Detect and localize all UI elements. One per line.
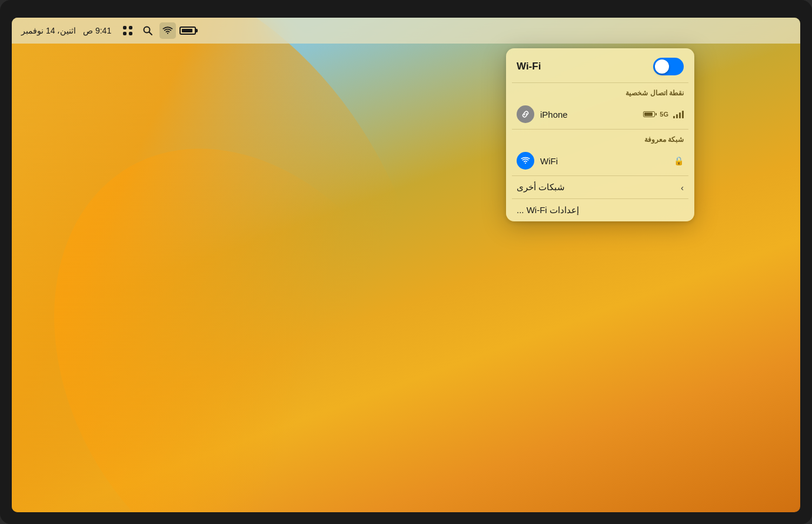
other-networks-item[interactable]: ‹ شبكات أخرى (506, 176, 694, 198)
wifi-network-right: 🔒 (674, 156, 684, 165)
wifi-panel-title: Wi-Fi (517, 61, 541, 72)
wifi-badge-icon (521, 156, 530, 165)
wifi-svg (162, 25, 173, 36)
wifi-settings-item[interactable]: إعدادات Wi-Fi ... (506, 199, 694, 221)
svg-rect-0 (123, 26, 127, 29)
iphone-signal-bars (673, 110, 684, 118)
link-icon (521, 110, 530, 119)
wifi-toggle-knob (655, 59, 669, 74)
svg-line-5 (149, 32, 152, 35)
iphone-network-right: 5G (643, 110, 684, 118)
menubar: 9:41 ص اثنين، 14 نوفمبر (12, 18, 800, 44)
iphone-network-name: iPhone (540, 110, 568, 120)
desktop: 9:41 ص اثنين، 14 نوفمبر (12, 18, 800, 512)
other-networks-label: شبكات أخرى (517, 182, 565, 193)
wifi-network-name: WiFi (540, 156, 558, 166)
battery-body (179, 26, 196, 35)
battery-menubar-icon[interactable] (179, 22, 196, 39)
wifi-panel: Wi-Fi نقطة اتصال شخصية 5G (506, 48, 694, 221)
spotlight-icon[interactable] (139, 22, 156, 39)
iphone-name-area: iPhone (517, 105, 568, 123)
iphone-battery-icon (643, 111, 655, 117)
battery-display (179, 26, 196, 35)
known-network-label: شبكة معروفة (506, 130, 694, 146)
menubar-clock: 9:41 ص اثنين، 14 نوفمبر (21, 26, 111, 35)
svg-rect-2 (123, 32, 127, 35)
wifi-panel-header: Wi-Fi (506, 48, 694, 82)
signal-bar-3 (679, 112, 681, 118)
iphone-link-badge (517, 105, 534, 123)
lock-icon: 🔒 (674, 156, 684, 165)
menubar-right: 9:41 ص اثنين، 14 نوفمبر (21, 22, 196, 39)
wifi-settings-label: إعدادات Wi-Fi ... (517, 205, 579, 215)
battery-fill (182, 29, 192, 32)
personal-hotspot-label: نقطة اتصال شخصية (506, 83, 694, 100)
iphone-5g-tag: 5G (660, 111, 668, 118)
svg-rect-1 (129, 26, 132, 29)
control-center-icon[interactable] (119, 22, 136, 39)
wifi-toggle[interactable] (653, 58, 684, 75)
wifi-menubar-icon[interactable] (159, 22, 176, 39)
iphone-battery-fill (644, 112, 653, 116)
wifi-name-area: WiFi (517, 152, 558, 170)
spotlight-svg (142, 25, 153, 36)
control-center-svg (122, 25, 133, 36)
iphone-network-item[interactable]: 5G iPhone (506, 100, 694, 129)
other-networks-arrow: ‹ (681, 183, 684, 193)
signal-bar-4 (682, 111, 684, 118)
wifi-network-item[interactable]: 🔒 WiFi (506, 146, 694, 175)
signal-bar-2 (676, 114, 678, 118)
svg-rect-3 (129, 32, 132, 35)
wifi-badge (517, 152, 534, 170)
signal-bar-1 (673, 116, 675, 118)
